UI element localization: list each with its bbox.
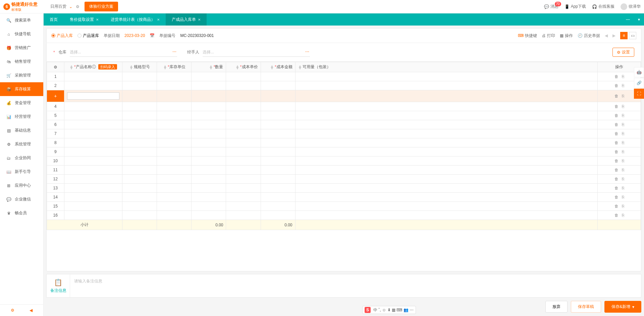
copy-icon[interactable]: ⎘	[622, 94, 624, 98]
sidebar-item-9[interactable]: ⚙系统管理	[0, 137, 43, 151]
history-button[interactable]: 🕘历史单据	[578, 33, 600, 39]
table-row[interactable]: 4🗑⎘	[47, 102, 641, 111]
discard-button[interactable]: 放弃	[545, 301, 568, 313]
sidebar-item-1[interactable]: ⌂快捷导航	[0, 27, 43, 41]
view-card[interactable]: ▭	[629, 32, 636, 39]
tab-minimize[interactable]: —	[622, 13, 634, 26]
dock-expand[interactable]: ⛶	[634, 89, 644, 99]
message-button[interactable]: 💬 消息 70	[544, 4, 558, 9]
delete-icon[interactable]: 🗑	[614, 168, 619, 172]
table-row[interactable]: 6🗑⎘	[47, 120, 641, 129]
tab-3[interactable]: 产成品入库单✕	[166, 13, 207, 26]
experience-button[interactable]: 体验行业方案	[85, 2, 118, 11]
category-select[interactable]: 日用百货 ⌄	[50, 4, 72, 9]
prev-icon[interactable]: ◀	[605, 33, 608, 38]
sidebar-item-6[interactable]: 💰资金管理	[0, 96, 43, 110]
table-row[interactable]: 2🗑⎘	[47, 81, 641, 90]
date-value[interactable]: 2023-03-20	[124, 33, 145, 38]
table-row[interactable]: 5🗑⎘	[47, 111, 641, 120]
table-row[interactable]: 9🗑⎘	[47, 147, 641, 156]
delete-icon[interactable]: 🗑	[614, 94, 619, 98]
dock-robot[interactable]: 🤖	[634, 67, 644, 77]
calendar-icon[interactable]: 📅	[150, 33, 155, 38]
sidebar-item-5[interactable]: 📦库存核算	[0, 82, 43, 96]
th-unit[interactable]: ▲▼*库存单位	[157, 62, 192, 72]
copy-icon[interactable]: ⎘	[622, 149, 624, 154]
th-qty[interactable]: ▲▼*数量	[192, 62, 226, 72]
next-icon[interactable]: ▶	[612, 33, 615, 38]
tab-2[interactable]: 进货单统计表（按商品）✕	[105, 13, 166, 26]
copy-icon[interactable]: ⎘	[622, 131, 624, 136]
th-avail[interactable]: ▲▼可用量（包装）	[295, 62, 598, 72]
sidebar-item-2[interactable]: 🎁营销推广	[0, 41, 43, 55]
settings-button[interactable]: ⚙设置	[612, 48, 634, 57]
radio-product-out[interactable]: 产品退库	[77, 33, 99, 39]
table-row[interactable]: 10🗑⎘	[47, 156, 641, 166]
delete-icon[interactable]: 🗑	[614, 104, 619, 109]
table-row[interactable]: 7🗑⎘	[47, 129, 641, 138]
copy-icon[interactable]: ⎘	[622, 213, 624, 218]
service-button[interactable]: 🎧 在线客服	[592, 4, 614, 9]
warehouse-select[interactable]: 选择... ⋯	[70, 48, 177, 57]
close-icon[interactable]: ✕	[157, 18, 160, 21]
delete-icon[interactable]: 🗑	[614, 159, 619, 163]
table-row[interactable]: 1🗑⎘	[47, 72, 641, 81]
dock-link[interactable]: 🔗	[634, 78, 644, 88]
table-row[interactable]: 13🗑⎘	[47, 184, 641, 193]
handler-select[interactable]: 选择... ⋯	[203, 48, 310, 57]
tab-menu[interactable]: ▾	[634, 13, 644, 26]
sidebar-item-12[interactable]: ⊞应用中心	[0, 179, 43, 192]
copy-icon[interactable]: ⎘	[622, 159, 624, 163]
delete-icon[interactable]: 🗑	[614, 177, 619, 181]
table-row[interactable]: +🗑⎘	[47, 90, 641, 102]
gear-icon[interactable]: ⚙	[76, 4, 79, 9]
delete-icon[interactable]: 🗑	[614, 186, 619, 190]
copy-icon[interactable]: ⎘	[622, 195, 624, 199]
copy-icon[interactable]: ⎘	[622, 168, 624, 172]
table-row[interactable]: 11🗑⎘	[47, 166, 641, 175]
delete-icon[interactable]: 🗑	[614, 149, 619, 154]
table-row[interactable]: 8🗑⎘	[47, 138, 641, 147]
sidebar-item-8[interactable]: ▤基础信息	[0, 124, 43, 137]
sidebar-item-13[interactable]: 💬企业微信	[0, 192, 43, 206]
delete-icon[interactable]: 🗑	[614, 204, 619, 209]
ime-bar[interactable]: S 中 ˇ, ☺ ⬇ ▦ ⌨ 👥 ⋯	[362, 306, 416, 314]
copy-icon[interactable]: ⎘	[622, 83, 624, 88]
table-row[interactable]: 16🗑⎘	[47, 211, 641, 220]
delete-icon[interactable]: 🗑	[614, 195, 619, 199]
shortcut-button[interactable]: ⌨快捷键	[518, 33, 537, 39]
view-list[interactable]: ≡	[620, 32, 628, 39]
scan-badge[interactable]: 扫码录入	[98, 64, 117, 70]
sidebar-item-0[interactable]: 🔍搜索菜单	[0, 13, 43, 27]
delete-icon[interactable]: 🗑	[614, 113, 619, 118]
name-input[interactable]	[67, 92, 120, 100]
copy-icon[interactable]: ⎘	[622, 204, 624, 209]
delete-icon[interactable]: 🗑	[614, 213, 619, 218]
remark-input[interactable]: 请输入备注信息	[70, 274, 641, 297]
close-icon[interactable]: ✕	[198, 18, 201, 21]
user-menu[interactable]: 徐泽华	[621, 3, 641, 10]
collapse-icon[interactable]: ◀	[30, 308, 33, 313]
delete-icon[interactable]: 🗑	[614, 122, 619, 127]
add-row-icon[interactable]: +	[52, 93, 58, 99]
th-amount[interactable]: ▲▼*成本金额	[261, 62, 295, 72]
copy-icon[interactable]: ⎘	[622, 122, 624, 127]
copy-icon[interactable]: ⎘	[622, 140, 624, 145]
draft-button[interactable]: 保存草稿	[571, 301, 601, 313]
close-icon[interactable]: ✕	[96, 18, 99, 21]
tab-0[interactable]: 首页	[44, 13, 64, 26]
sidebar-item-10[interactable]: 🗂企业协同	[0, 151, 43, 165]
delete-icon[interactable]: 🗑	[614, 131, 619, 136]
table-row[interactable]: 14🗑⎘	[47, 193, 641, 202]
sidebar-item-14[interactable]: ♛畅会员	[0, 206, 43, 220]
copy-icon[interactable]: ⎘	[622, 113, 624, 118]
delete-icon[interactable]: 🗑	[614, 74, 619, 79]
settings-icon[interactable]: ⚙	[11, 308, 14, 313]
th-name[interactable]: ▲▼*产品名称ⓘ 扫码录入	[64, 62, 122, 72]
save-button[interactable]: 保存&新增▾	[604, 301, 641, 313]
copy-icon[interactable]: ⎘	[622, 177, 624, 181]
th-price[interactable]: ▲▼*成本单价	[226, 62, 261, 72]
sidebar-item-4[interactable]: 🛒采购管理	[0, 69, 43, 82]
download-button[interactable]: 📱 App下载	[565, 4, 586, 9]
operate-button[interactable]: ▦操作	[560, 33, 573, 39]
